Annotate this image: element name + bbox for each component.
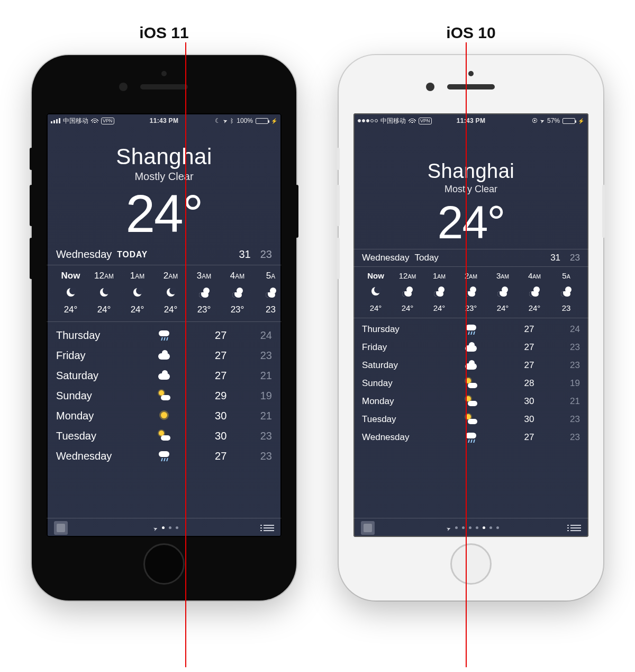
page-dot <box>162 526 165 529</box>
battery-icon <box>563 118 575 124</box>
daily-row: Tuesday3023 <box>56 426 272 446</box>
cloud-icon <box>158 370 170 381</box>
daily-dayname: Sunday <box>56 390 147 402</box>
daily-dayname: Wednesday <box>362 432 453 443</box>
location-page-icon <box>447 523 451 533</box>
daily-low: 23 <box>534 432 580 443</box>
carrier-label: 中国移动 <box>63 117 88 126</box>
cloud-moon-icon <box>560 286 573 297</box>
daily-high: 27 <box>488 324 534 335</box>
hourly-item: 12AM24° <box>87 271 121 315</box>
column-ios10: iOS 10 中国移动 VPN 11:43 PM <box>333 24 609 601</box>
hourly-time: Now <box>360 271 392 280</box>
hourly-time: 3AM <box>187 271 221 281</box>
front-camera <box>426 83 434 91</box>
page-dot <box>483 526 485 529</box>
hourly-scroll[interactable]: Now24°12AM24°1AM24°2AM23°3AM24°4AM24°5A2… <box>353 266 588 318</box>
volume-down <box>337 238 340 279</box>
moon-icon <box>165 288 177 298</box>
mute-switch <box>30 148 33 170</box>
carrier-label: 中国移动 <box>380 117 406 126</box>
daily-low: 24 <box>226 329 272 342</box>
hourly-time: 12AM <box>392 271 423 280</box>
wifi-icon <box>91 117 98 124</box>
today-label: Today <box>414 253 438 263</box>
daily-low: 19 <box>534 378 580 389</box>
hourly-temp: 24° <box>87 304 121 315</box>
hourly-item: 5A23 <box>550 271 582 312</box>
daily-dayname: Thursday <box>362 324 453 335</box>
location-page-icon <box>153 523 158 533</box>
power-button <box>602 185 605 238</box>
home-button[interactable] <box>450 543 492 585</box>
weather-channel-icon[interactable] <box>54 521 68 535</box>
moon-icon <box>98 288 111 298</box>
volume-down <box>30 238 33 279</box>
volume-up <box>30 185 33 226</box>
signal-dots-icon <box>358 119 378 122</box>
daily-forecast[interactable]: Thursday2724Friday2723Saturday2721Sunday… <box>47 322 282 518</box>
current-temp: 24° <box>353 199 588 246</box>
hourly-item: Now24° <box>54 271 87 315</box>
city-list-icon[interactable] <box>264 525 274 531</box>
daily-row: Monday3021 <box>362 392 580 410</box>
today-high: 31 <box>550 253 560 263</box>
daily-dayname: Saturday <box>56 370 147 382</box>
daily-row: Thursday2724 <box>56 325 272 345</box>
daily-row: Monday3021 <box>56 406 272 426</box>
phone-white: 中国移动 VPN 11:43 PM 57% Shanghai <box>339 55 603 601</box>
title-ios10: iOS 10 <box>446 24 495 42</box>
page-dot <box>176 526 178 529</box>
today-low: 23 <box>260 248 272 261</box>
hourly-temp: 24° <box>54 304 87 315</box>
hourly-time: 5A <box>254 271 282 281</box>
today-label: TODAY <box>117 250 148 259</box>
hourly-item: 1AM24° <box>121 271 154 315</box>
daily-low: 23 <box>226 430 272 442</box>
daily-high: 27 <box>488 432 534 443</box>
rain-icon <box>158 451 170 461</box>
daily-low: 23 <box>226 450 272 462</box>
daily-high: 30 <box>182 410 227 422</box>
daily-low: 21 <box>226 370 272 382</box>
home-button[interactable] <box>143 543 185 585</box>
hourly-item: 4AM24° <box>519 271 550 312</box>
hourly-time: 4AM <box>519 271 550 280</box>
hourly-time: 1AM <box>121 271 154 281</box>
cloud-moon-icon <box>496 286 509 297</box>
moon-icon <box>65 288 77 298</box>
hourly-temp: 23 <box>254 304 282 315</box>
daily-high: 30 <box>488 396 534 407</box>
cloud-moon-icon <box>265 288 277 298</box>
battery-icon <box>256 118 268 124</box>
daily-row: Sunday2919 <box>56 386 272 406</box>
page-indicator[interactable] <box>447 523 499 533</box>
hourly-item: 4AM23° <box>221 271 254 315</box>
city-list-icon[interactable] <box>570 525 581 531</box>
daily-dayname: Thursday <box>56 329 147 342</box>
daily-forecast[interactable]: Thursday2724Friday2723Saturday2723Sunday… <box>353 318 588 518</box>
screen-ios10: 中国移动 VPN 11:43 PM 57% Shanghai <box>353 113 588 537</box>
dnd-icon <box>532 117 538 124</box>
hourly-temp: 24° <box>360 303 392 312</box>
condition-text: Mostly Clear <box>47 171 282 183</box>
center-guide-right <box>466 42 467 667</box>
charging-icon <box>271 117 277 124</box>
daily-low: 21 <box>534 396 580 407</box>
page-indicator[interactable] <box>153 523 178 533</box>
daily-high: 28 <box>488 378 534 389</box>
hourly-time: 2AM <box>154 271 187 281</box>
cloud-moon-icon <box>231 288 244 298</box>
daily-high: 30 <box>488 414 534 425</box>
hourly-time: 12AM <box>87 271 121 281</box>
cloud-moon-icon <box>528 286 541 297</box>
status-bar: 中国移动 VPN 11:43 PM 57% <box>353 113 588 128</box>
daily-high: 29 <box>182 390 227 402</box>
title-ios11: iOS 11 <box>139 24 188 42</box>
weather-channel-icon[interactable] <box>361 521 375 535</box>
weather-header: Shanghai Mostly Clear 24° <box>353 128 588 249</box>
hourly-time: 4AM <box>221 271 254 281</box>
hourly-item: 2AM23° <box>455 271 487 312</box>
daily-row: Friday2723 <box>56 345 272 365</box>
hourly-scroll[interactable]: Now24°12AM24°1AM24°2AM24°3AM23°4AM23°5A2… <box>47 265 282 322</box>
